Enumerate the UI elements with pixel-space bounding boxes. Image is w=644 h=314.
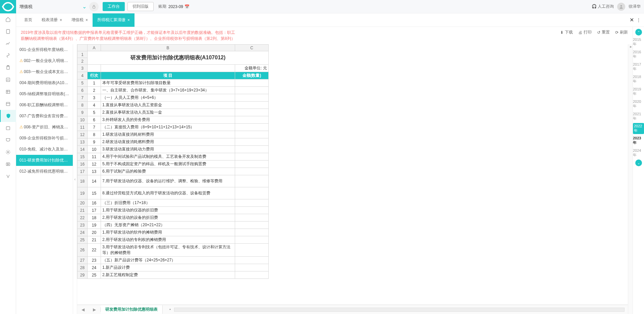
table-row: 51本年可享受研发费用加计扣除项目数量 bbox=[77, 79, 269, 87]
form-item-0[interactable]: 001-企业所得税年度纳税申... bbox=[16, 44, 73, 55]
top-bar: 增值税 ⌄ 工作台 切到旧版 账期 2023-09 📅 🎧 人工咨询 徐泽华 bbox=[16, 0, 644, 13]
tab-close-icon[interactable]: × bbox=[127, 18, 130, 22]
switch-old-button[interactable]: 切到旧版 bbox=[127, 2, 154, 11]
table-row: 117（二）直接投入费用（8+9+10+11+12+13+14+15） bbox=[77, 124, 269, 131]
unit-label[interactable]: 金额单位: 元 bbox=[235, 65, 269, 72]
year-2015年[interactable]: 2015年 bbox=[633, 36, 644, 48]
year-2017年[interactable]: 2017年 bbox=[633, 61, 644, 73]
table-row: 1063.外聘研发人员的劳务费用 bbox=[77, 116, 269, 124]
nav-archive-icon[interactable] bbox=[0, 122, 16, 134]
form-item-11[interactable]: 012-减免所得税优惠明细表(... bbox=[16, 166, 73, 177]
nav-doc-icon[interactable] bbox=[0, 25, 16, 38]
avatar[interactable] bbox=[617, 3, 625, 11]
form-list: 001-企业所得税年度纳税申...⚠002-一般企业收入明细表(A...⚠003… bbox=[16, 44, 73, 314]
form-item-3[interactable]: 004-期间费用明细表(A1040... bbox=[16, 77, 73, 88]
form-item-10[interactable]: 011-研发费用加计扣除优惠... bbox=[16, 155, 73, 166]
nav-money-icon[interactable] bbox=[0, 50, 16, 62]
year-2024年[interactable]: 2024年 bbox=[633, 147, 644, 159]
workbench-button[interactable]: 工作台 bbox=[103, 2, 125, 11]
table-row: 24201.用于研发活动的软件的摊销费用 bbox=[77, 229, 269, 236]
tab-0[interactable]: 首页 bbox=[19, 13, 37, 27]
year-scroll-down-icon[interactable]: ⌄ bbox=[635, 160, 642, 166]
sheet-title[interactable]: 研发费用加计扣除优惠明细表(A107012) bbox=[88, 51, 269, 65]
warning-notice: 2019年度涉及取以前年度结转数据的申报表单元格需要手工维护正确，才能保证本年及… bbox=[21, 29, 239, 42]
period-value[interactable]: 2023-09 bbox=[168, 4, 183, 9]
svg-rect-8 bbox=[93, 6, 95, 8]
app-logo bbox=[0, 0, 16, 13]
spreadsheet[interactable]: ABC1研发费用加计扣除优惠明细表(A107012)23金额单位: 元4行次项 … bbox=[77, 44, 628, 305]
table-row: 26223.用于研发活动的非专利技术（包括许可证、专有技术、设计和计算方法等）的… bbox=[77, 244, 269, 257]
tab-1[interactable]: 税表清册× bbox=[37, 13, 67, 27]
svg-point-6 bbox=[7, 151, 9, 153]
tab-close-icon[interactable]: × bbox=[86, 18, 88, 22]
table-row: 14103.研发活动直接消耗动力费用 bbox=[77, 146, 269, 153]
year-2019年[interactable]: 2019年 bbox=[633, 86, 644, 98]
nav-table-icon[interactable] bbox=[0, 86, 16, 98]
chevron-down-icon: ⌄ bbox=[82, 3, 87, 10]
module-label: 增值税 bbox=[19, 4, 33, 10]
nav-calendar-icon[interactable] bbox=[0, 98, 16, 110]
nav-v-icon[interactable] bbox=[0, 170, 16, 182]
vertical-scrollbar[interactable]: ▸ bbox=[628, 44, 633, 314]
table-row: 18147.用于研发活动的仪器、设备的运行维护、调整、检验、维修等费用 bbox=[77, 175, 269, 187]
module-dropdown[interactable]: 增值税 ⌄ bbox=[19, 3, 87, 10]
year-panel: ⌃ 2015年2016年2017年2018年2019年2020年2021年202… bbox=[633, 27, 644, 314]
svg-rect-3 bbox=[6, 90, 10, 93]
nav-video-icon[interactable] bbox=[0, 158, 16, 170]
table-row: 2016（三）折旧费用（17+18） bbox=[77, 199, 269, 207]
table-row: 952.直接从事研发活动人员五险一金 bbox=[77, 109, 269, 116]
page-tabs: 首页税表清册×增值税×所得税汇算清缴× ✕ ⋮ bbox=[16, 13, 644, 27]
tab-2[interactable]: 增值税× bbox=[67, 13, 93, 27]
sheet-tab[interactable]: 研发费用加计扣除优惠明细表 bbox=[101, 305, 163, 314]
username[interactable]: 徐泽华 bbox=[629, 4, 641, 9]
collapse-handle[interactable]: ‹ bbox=[73, 44, 77, 314]
table-row: 2319（四）无形资产摊销（20+21+22） bbox=[77, 222, 269, 229]
svg-rect-0 bbox=[6, 29, 9, 34]
form-item-5[interactable]: 006-职工薪酬纳税调整明细... bbox=[16, 100, 73, 111]
year-2021年[interactable]: 2021年 bbox=[633, 111, 644, 122]
year-2020年[interactable]: 2020年 bbox=[633, 98, 644, 110]
calendar-icon[interactable]: 📅 bbox=[184, 4, 190, 9]
form-item-1[interactable]: ⚠002-一般企业收入明细表(A... bbox=[16, 55, 73, 66]
table-row: 21171.用于研发活动的仪器的折旧费 bbox=[77, 207, 269, 214]
table-row: 25212.用于研发活动的专利权的摊销费用 bbox=[77, 236, 269, 244]
print-link[interactable]: 🖨 打印 bbox=[578, 29, 592, 35]
nav-clipboard-icon[interactable] bbox=[0, 62, 16, 74]
form-item-8[interactable]: 009-企业所得税弥补亏损明... bbox=[16, 133, 73, 144]
warn-icon: ⚠ bbox=[19, 125, 23, 129]
form-item-7[interactable]: ⚠008-资产折旧、摊销及纳税... bbox=[16, 122, 73, 133]
year-scroll-up-icon[interactable]: ⌃ bbox=[635, 29, 642, 36]
table-row: 17136.用于试制产品的检验费 bbox=[77, 168, 269, 175]
nav-chart-icon[interactable] bbox=[0, 38, 16, 50]
year-2022年[interactable]: 2022年 bbox=[633, 123, 644, 134]
form-item-6[interactable]: 007-广告费和业务宣传费跨... bbox=[16, 111, 73, 122]
form-item-4[interactable]: 005-纳税调整项目明细表(A1... bbox=[16, 88, 73, 100]
year-2016年[interactable]: 2016年 bbox=[633, 49, 644, 60]
tab-close-all-icon[interactable]: ✕ bbox=[630, 17, 634, 23]
year-2023年[interactable]: 2023年 bbox=[633, 135, 644, 146]
nav-report-icon[interactable] bbox=[0, 74, 16, 86]
refresh-link[interactable]: ⟳ 刷新 bbox=[615, 29, 628, 35]
lock-icon[interactable] bbox=[89, 2, 99, 11]
form-item-2[interactable]: ⚠003-一般企业成本支出明细... bbox=[16, 66, 73, 77]
horizontal-scrollbar[interactable] bbox=[174, 308, 625, 312]
form-item-9[interactable]: 010-免税、减计收入及加计... bbox=[16, 144, 73, 155]
svg-point-9 bbox=[621, 5, 622, 7]
nav-tax-icon[interactable] bbox=[0, 110, 16, 122]
sheet-nav-next-icon[interactable]: ▶ bbox=[93, 307, 96, 312]
svg-rect-4 bbox=[6, 102, 10, 106]
tab-close-icon[interactable]: × bbox=[60, 18, 62, 22]
nav-inbox-icon[interactable] bbox=[0, 134, 16, 146]
table-row: 73（一）人员人工费用（4+5+6） bbox=[77, 94, 269, 102]
warn-icon: ⚠ bbox=[19, 58, 23, 63]
year-2018年[interactable]: 2018年 bbox=[633, 73, 644, 85]
reset-link[interactable]: ↺ 重置 bbox=[597, 29, 610, 35]
tab-3[interactable]: 所得税汇算清缴× bbox=[93, 13, 135, 27]
nav-settings-icon[interactable] bbox=[0, 146, 16, 158]
table-row: 62一、自主研发、合作研发、集中研发（3+7+16+19+23+34） bbox=[77, 87, 269, 94]
sheet-nav-prev-icon[interactable]: ◀ bbox=[82, 307, 85, 312]
consult-link[interactable]: 🎧 人工咨询 bbox=[592, 4, 614, 9]
nav-home-icon[interactable] bbox=[0, 13, 16, 25]
download-link[interactable]: ⬇ 下载 bbox=[560, 29, 573, 35]
tab-more-icon[interactable]: ⋮ bbox=[637, 18, 641, 22]
